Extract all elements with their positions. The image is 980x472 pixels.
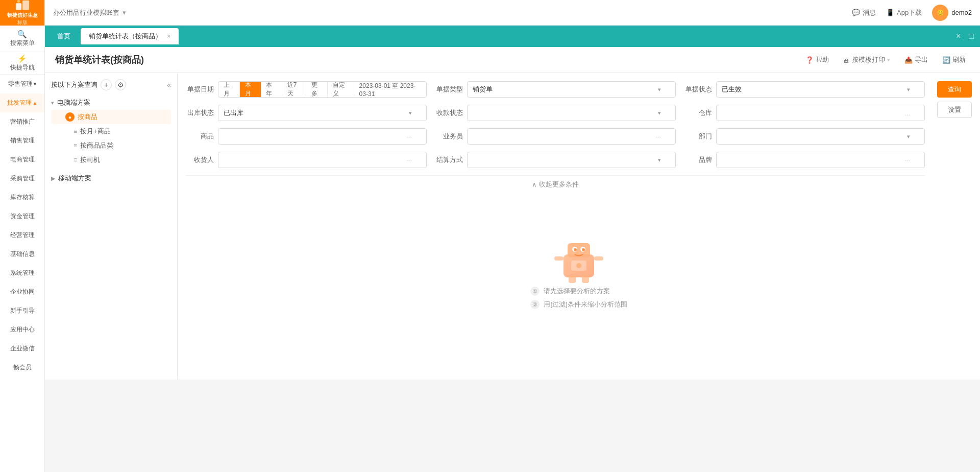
- receiver-input[interactable]: ···: [218, 152, 427, 168]
- finance-label: 资金管理: [10, 212, 35, 221]
- warehouse-chevron: ▾: [409, 110, 412, 116]
- brand-label: 品牌: [684, 155, 712, 164]
- salesperson-dots[interactable]: ···: [655, 133, 661, 140]
- date-last-month-btn[interactable]: 上月: [218, 81, 240, 98]
- sidebar-purchase[interactable]: 采购管理: [0, 169, 44, 188]
- pc-category: ▾ 电脑端方案 ● 按商品 ≡ 按月+商品 ≡ 按商品品类: [51, 96, 171, 167]
- date-more-btn[interactable]: 更多: [306, 81, 328, 98]
- settings-button[interactable]: 设置: [937, 102, 972, 118]
- system-label: 系统管理: [10, 269, 35, 277]
- active-scheme-label: 按商品: [78, 112, 97, 122]
- scheme-collapse-button[interactable]: «: [167, 81, 171, 89]
- filter-department: 部门 ▾: [684, 128, 925, 145]
- username: demo2: [951, 9, 972, 16]
- wechat-label: 企业微信: [10, 344, 35, 353]
- minimize-button[interactable]: ×: [954, 31, 963, 42]
- settings-icon: ⚙: [117, 81, 124, 89]
- filter-settlement: 结算方式 ▾: [435, 152, 676, 168]
- scheme-add-button[interactable]: +: [101, 79, 112, 90]
- scheme-by-driver[interactable]: ≡ 按司机: [51, 153, 171, 167]
- user-area[interactable]: 😊 demo2: [932, 5, 972, 21]
- sub-scheme-label-1: 按月+商品: [80, 127, 111, 136]
- department-select[interactable]: ▾: [716, 128, 925, 145]
- message-button[interactable]: 💬 消息: [852, 8, 876, 17]
- goods-label: 商品: [186, 132, 214, 141]
- sidebar-ecommerce[interactable]: 电商管理: [0, 150, 44, 169]
- sidebar-appcenter[interactable]: 应用中心: [0, 320, 44, 339]
- tip-2-text: 用[过滤]条件来缩小分析范围: [544, 300, 627, 309]
- salesperson-input[interactable]: ···: [467, 128, 676, 145]
- doc-type-select[interactable]: 销货单 ▾: [467, 81, 676, 98]
- sidebar-marketing[interactable]: 营销推广: [0, 112, 44, 131]
- breadcrumb-arrow[interactable]: ▾: [122, 9, 126, 16]
- page-header-actions: ❓ 帮助 🖨 按模板打印 ▾ 📤 导出 🔄 刷新: [801, 53, 970, 66]
- doc-type-label: 单据类型: [435, 85, 463, 94]
- settlement-chevron: ▾: [658, 157, 661, 163]
- tab-active[interactable]: 销货单统计表（按商品） ×: [81, 28, 179, 44]
- scheme-goods-category[interactable]: ≡ 按商品品类: [51, 138, 171, 153]
- sidebar-system[interactable]: 系统管理: [0, 264, 44, 282]
- sidebar-operations[interactable]: 经营管理: [0, 226, 44, 245]
- app-logo[interactable]: 畅捷信好生意 标版: [0, 0, 44, 26]
- svg-rect-9: [554, 256, 564, 261]
- receiver-dots[interactable]: ···: [406, 156, 412, 164]
- sidebar-member[interactable]: 畅会员: [0, 358, 44, 377]
- goods-input[interactable]: ···: [218, 128, 427, 145]
- active-tab-label: 销货单统计表（按商品）: [89, 32, 162, 41]
- filter-payment: 收款状态 ▾: [435, 105, 676, 121]
- date-this-month-btn[interactable]: 本月: [240, 81, 261, 98]
- storage-dots[interactable]: ...: [904, 109, 910, 117]
- mobile-category-header[interactable]: ▶ 移动端方案: [51, 171, 171, 185]
- brand-input[interactable]: ···: [716, 152, 925, 168]
- retail-arrow: ▾: [34, 81, 36, 87]
- scheme-settings-button[interactable]: ⚙: [115, 79, 126, 90]
- warehouse-label: 出库状态: [186, 108, 214, 117]
- pc-category-header[interactable]: ▾ 电脑端方案: [51, 96, 171, 110]
- tip-1-num: ①: [530, 287, 540, 296]
- sidebar-search[interactable]: 🔍 搜索菜单: [0, 26, 44, 52]
- mobile-category-label: 移动端方案: [58, 174, 91, 183]
- receiver-label: 收货人: [186, 155, 214, 164]
- sidebar-enterprise[interactable]: 企业协同: [0, 282, 44, 301]
- sidebar-wholesale[interactable]: 批发管理 ▲: [0, 93, 44, 112]
- help-button[interactable]: ❓ 帮助: [801, 53, 833, 66]
- date-this-year-btn[interactable]: 本年: [261, 81, 282, 98]
- export-label: 导出: [915, 55, 928, 64]
- two-col-layout: 按以下方案查询 + ⚙ « ▾ 电脑端方案: [45, 73, 980, 380]
- warehouse-select[interactable]: 已出库 ▾: [218, 105, 427, 121]
- date-custom-btn[interactable]: 自定义: [328, 81, 354, 98]
- sidebar-retail[interactable]: 零售管理 ▾: [0, 75, 44, 93]
- appdownload-label: App下载: [897, 8, 922, 17]
- tab-close-button[interactable]: ×: [167, 33, 170, 40]
- wholesale-arrow: ▲: [33, 100, 38, 106]
- doc-status-select[interactable]: 已生效 ▾: [716, 81, 925, 98]
- sidebar-finance[interactable]: 资金管理: [0, 207, 44, 226]
- filter-doc-type: 单据类型 销货单 ▾: [435, 81, 676, 98]
- export-button[interactable]: 📤 导出: [900, 53, 932, 66]
- refresh-button[interactable]: 🔄 刷新: [938, 53, 970, 66]
- collapse-bar[interactable]: ∧ 收起更多条件: [186, 175, 925, 193]
- sidebar-inventory[interactable]: 库存核算: [0, 188, 44, 207]
- filter-storage: 仓库 ...: [684, 105, 925, 121]
- settlement-select[interactable]: ▾: [467, 152, 676, 168]
- appdownload-button[interactable]: 📱 App下载: [886, 8, 922, 17]
- empty-state-tips: ① 请先选择要分析的方案 ② 用[过滤]条件来缩小分析范围: [530, 287, 627, 309]
- sidebar-basic[interactable]: 基础信息: [0, 245, 44, 264]
- sidebar-quicknav[interactable]: ⚡ 快捷导航: [0, 52, 44, 75]
- date-7days-btn[interactable]: 近7天: [282, 81, 306, 98]
- tab-home[interactable]: 首页: [49, 28, 79, 44]
- sidebar-sales[interactable]: 销售管理: [0, 131, 44, 150]
- sidebar-newbie[interactable]: 新手引导: [0, 301, 44, 320]
- payment-select[interactable]: ▾: [467, 105, 676, 121]
- brand-dots[interactable]: ···: [904, 156, 910, 164]
- scheme-month-goods[interactable]: ≡ 按月+商品: [51, 124, 171, 138]
- scheme-by-goods[interactable]: ● 按商品: [51, 110, 171, 124]
- goods-dots[interactable]: ···: [406, 133, 412, 140]
- sidebar-wechat[interactable]: 企业微信: [0, 339, 44, 358]
- print-button[interactable]: 🖨 按模板打印 ▾: [839, 53, 894, 66]
- storage-input[interactable]: ...: [716, 105, 925, 121]
- print-label: 按模板打印: [852, 55, 885, 64]
- query-button[interactable]: 查询: [937, 81, 972, 98]
- user-avatar[interactable]: 😊: [932, 5, 948, 21]
- maximize-button[interactable]: □: [967, 31, 976, 42]
